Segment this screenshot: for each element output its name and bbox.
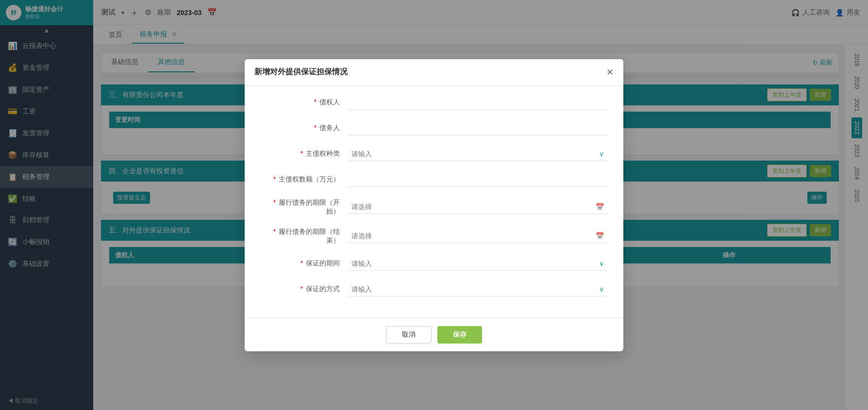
required-star: *	[314, 98, 317, 106]
form-row-date-start: * 履行债务的期限（开始） 📅	[260, 198, 608, 216]
modal-dialog: 新增对外提供保证担保情况 ✕ * 债权人 * 债务人	[245, 59, 623, 351]
required-star: *	[273, 228, 276, 235]
calendar-icon-end[interactable]: 📅	[596, 232, 608, 240]
form-row-zhaiquanren: * 债权人	[260, 96, 608, 110]
select-input-zhulei[interactable]	[348, 147, 599, 161]
label-period: * 保证的期间	[260, 259, 348, 268]
select-wrap-period: ∨	[348, 257, 608, 271]
required-star: *	[273, 198, 276, 206]
dropdown-arrow-zhulei[interactable]: ∨	[599, 150, 608, 158]
label-zhaiwuren: * 债务人	[260, 124, 348, 132]
label-zhaiquanren: * 债权人	[260, 98, 348, 107]
input-zhaiquanren[interactable]	[348, 96, 608, 110]
save-button[interactable]: 保存	[437, 326, 482, 344]
modal-title: 新增对外提供保证担保情况	[254, 67, 348, 77]
date-input-end[interactable]	[348, 229, 596, 243]
form-row-mode: * 保证的方式 ∨	[260, 282, 608, 296]
select-input-mode[interactable]	[348, 282, 599, 296]
required-star: *	[314, 124, 317, 131]
cancel-button[interactable]: 取消	[386, 326, 432, 344]
form-row-period: * 保证的期间 ∨	[260, 257, 608, 271]
modal-close-icon[interactable]: ✕	[606, 67, 614, 78]
required-star: *	[300, 149, 303, 157]
dropdown-arrow-period[interactable]: ∨	[599, 260, 608, 267]
label-zhulei: * 主债权种类	[260, 149, 348, 158]
form-row-zhaiwuren: * 债务人	[260, 121, 608, 135]
form-row-date-end: * 履行债务的期限（结束） 📅	[260, 228, 608, 245]
modal-overlay: 新增对外提供保证担保情况 ✕ * 债权人 * 债务人	[0, 0, 868, 410]
required-star: *	[300, 285, 303, 293]
modal-footer: 取消 保存	[245, 318, 623, 351]
modal-body: * 债权人 * 债务人 * 主债权种类	[245, 86, 623, 318]
input-shue[interactable]	[348, 173, 608, 187]
modal-header: 新增对外提供保证担保情况 ✕	[245, 59, 623, 86]
date-wrap-end: 📅	[348, 229, 608, 243]
input-zhaiwuren[interactable]	[348, 121, 608, 135]
label-date-end: * 履行债务的期限（结束）	[260, 228, 348, 245]
label-mode: * 保证的方式	[260, 285, 348, 294]
form-row-shue: * 主债权数额（万元）	[260, 173, 608, 187]
calendar-icon-start[interactable]: 📅	[596, 203, 608, 211]
date-wrap-start: 📅	[348, 200, 608, 214]
select-input-period[interactable]	[348, 257, 599, 270]
select-wrap-zhulei: ∨	[348, 147, 608, 161]
select-wrap-mode: ∨	[348, 282, 608, 296]
date-input-start[interactable]	[348, 200, 596, 213]
required-star: *	[273, 175, 276, 183]
form-row-zhulei: * 主债权种类 ∨	[260, 147, 608, 161]
dropdown-arrow-mode[interactable]: ∨	[599, 285, 608, 293]
label-shue: * 主债权数额（万元）	[260, 175, 348, 184]
label-date-start: * 履行债务的期限（开始）	[260, 198, 348, 216]
required-star: *	[300, 259, 303, 267]
